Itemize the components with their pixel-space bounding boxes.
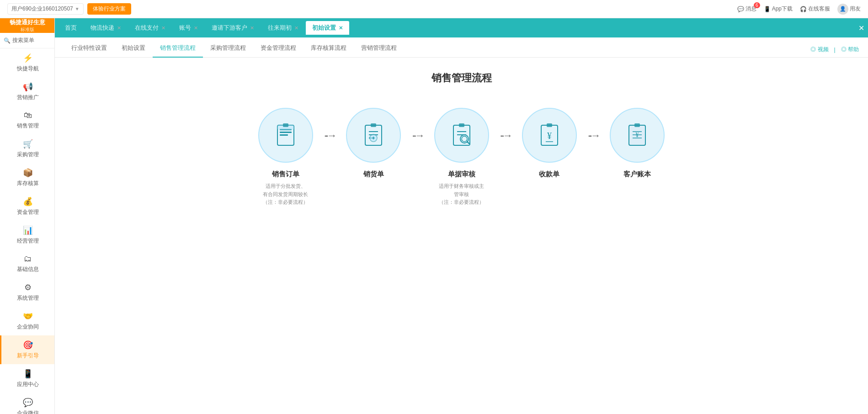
tab-account-close[interactable]: ✕	[194, 25, 198, 31]
sales-icon: 🛍	[24, 111, 32, 120]
operation-icon: 📊	[23, 225, 33, 235]
flow-circle-delivery[interactable]	[346, 108, 401, 163]
search-label: 搜索菜单	[12, 37, 34, 44]
tab-invite[interactable]: 邀请下游客户 ✕	[205, 21, 261, 35]
tab-payment-close[interactable]: ✕	[161, 25, 165, 31]
avatar: 👤	[837, 4, 848, 15]
tab-home[interactable]: 首页	[59, 21, 83, 35]
quick-nav-icon: ⚡	[23, 53, 33, 63]
purchase-icon: 🛒	[23, 139, 33, 149]
user-selector[interactable]: 用户690企业1660120507 ▼	[7, 3, 84, 15]
sidebar-item-inventory[interactable]: 📦 库存核算	[0, 163, 54, 192]
sub-tabs-actions: ◎ 视频 | ◎ 帮助	[810, 46, 859, 57]
app-label: App下载	[772, 5, 793, 13]
sidebar-item-purchase[interactable]: 🛒 采购管理	[0, 134, 54, 163]
sidebar-label-inventory: 库存核算	[17, 180, 39, 187]
nav-tabs: 首页 物流快递 ✕ 在线支付 ✕ 账号 ✕ 邀请下游客户 ✕ 往来期初 ✕	[55, 18, 868, 37]
video-link[interactable]: ◎ 视频	[810, 46, 828, 53]
subtab-initial-label: 初始设置	[122, 44, 145, 51]
sidebar-item-wechat[interactable]: 💬 企业微信	[0, 393, 54, 414]
flow-step-account: ¥ 客户账本	[601, 108, 674, 182]
sidebar-item-marketing[interactable]: 📢 营销推广	[0, 77, 54, 106]
app-icon: 📱	[764, 6, 771, 12]
flow-arrow-3: ···→	[500, 108, 511, 142]
sales-order-icon	[273, 122, 298, 148]
flow-arrow-4: ···→	[588, 108, 599, 142]
sidebar-item-operation[interactable]: 📊 经营管理	[0, 221, 54, 249]
tab-payment[interactable]: 在线支付 ✕	[128, 21, 172, 35]
svg-rect-26	[634, 123, 640, 127]
flow-label-audit: 单据审核	[448, 170, 475, 179]
tab-logistics[interactable]: 物流快递 ✕	[84, 21, 128, 35]
flow-circle-receipt[interactable]: ¥	[522, 108, 577, 163]
tab-initial-setup[interactable]: 初始设置 ✕	[306, 21, 349, 35]
sidebar-search[interactable]: 🔍 搜索菜单	[0, 33, 54, 48]
flow-step-sales-order: 销售订单 适用于分批发货、有合同发货周期较长（注：非必要流程）	[249, 108, 322, 207]
sidebar-item-sales[interactable]: 🛍 销售管理	[0, 106, 54, 134]
app-download-item[interactable]: 📱 App下载	[764, 5, 793, 13]
basic-icon: 🗂	[24, 254, 32, 264]
subtab-initial[interactable]: 初始设置	[114, 39, 153, 58]
sidebar-label-collab: 企业协同	[17, 323, 39, 331]
subtab-inventory-flow[interactable]: 库存核算流程	[304, 39, 354, 58]
close-all-tabs[interactable]: ✕	[858, 24, 864, 32]
flow-circle-sales-order[interactable]	[258, 108, 313, 163]
flow-circle-audit[interactable]	[434, 108, 489, 163]
flow-arrow-2: ···→	[412, 108, 423, 142]
wechat-icon: 💬	[23, 398, 33, 408]
subtab-finance-flow[interactable]: 资金管理流程	[253, 39, 304, 58]
tab-invite-close[interactable]: ✕	[250, 25, 254, 31]
svg-rect-2	[280, 132, 292, 133]
sidebar-label-finance: 资金管理	[17, 208, 39, 216]
chevron-down-icon: ▼	[75, 6, 80, 11]
subtab-purchase-flow[interactable]: 采购管理流程	[203, 39, 253, 58]
flow-label-account: 客户账本	[623, 170, 651, 179]
sidebar-item-apps[interactable]: 📱 应用中心	[0, 364, 54, 393]
tab-period[interactable]: 往来期初 ✕	[261, 21, 305, 35]
receipt-icon: ¥	[537, 122, 562, 148]
subtab-purchase-flow-label: 采购管理流程	[210, 44, 246, 51]
tab-initial-setup-label: 初始设置	[312, 24, 336, 32]
flow-desc-audit: 适用于财务审核或主管审核（注：非必要流程）	[439, 182, 484, 207]
tab-account[interactable]: 账号 ✕	[173, 21, 204, 35]
sidebar-item-quick-nav[interactable]: ⚡ 快捷导航	[0, 48, 54, 77]
tab-period-close[interactable]: ✕	[294, 25, 298, 31]
help-link[interactable]: ◎ 帮助	[841, 46, 859, 53]
logo-sub: 标准版	[21, 27, 34, 33]
search-icon: 🔍	[4, 37, 11, 44]
divider: |	[834, 47, 836, 53]
tab-initial-setup-close[interactable]: ✕	[339, 25, 343, 31]
sidebar-item-collab[interactable]: 🤝 企业协同	[0, 307, 54, 335]
trial-button[interactable]: 体验行业方案	[87, 3, 131, 15]
flow-label-receipt: 收款单	[539, 170, 559, 179]
sidebar-label-quick-nav: 快捷导航	[17, 65, 39, 73]
sidebar-item-basic[interactable]: 🗂 基础信息	[0, 249, 54, 278]
service-item[interactable]: 🎧 在线客服	[800, 5, 830, 13]
svg-rect-5	[283, 123, 288, 127]
user-avatar-item[interactable]: 👤 用友	[837, 4, 861, 15]
top-bar-right: 💬 消息 6 📱 App下载 🎧 在线客服 👤 用友	[737, 4, 861, 15]
sidebar-label-wechat: 企业微信	[17, 409, 39, 414]
sidebar-label-guide: 新手引导	[17, 352, 39, 360]
flow-label-sales-order: 销售订单	[272, 170, 299, 179]
subtab-marketing-flow[interactable]: 营销管理流程	[354, 39, 404, 58]
tab-logistics-close[interactable]: ✕	[117, 25, 121, 31]
top-bar-left: 用户690企业1660120507 ▼ 体验行业方案	[7, 3, 131, 15]
subtab-sales-flow[interactable]: 销售管理流程	[153, 39, 203, 58]
subtab-industry[interactable]: 行业特性设置	[64, 39, 114, 58]
system-icon: ⚙	[24, 282, 32, 292]
subtab-finance-flow-label: 资金管理流程	[261, 44, 296, 51]
logo-main: 畅捷通好生意	[10, 18, 45, 27]
sidebar-logo: 畅捷通好生意 标准版	[0, 18, 54, 33]
sidebar-item-finance[interactable]: 💰 资金管理	[0, 192, 54, 221]
tab-home-label: 首页	[65, 24, 77, 32]
svg-text:¥: ¥	[547, 131, 552, 141]
sidebar-item-system[interactable]: ⚙ 系统管理	[0, 278, 54, 307]
svg-rect-22	[547, 123, 552, 127]
flow-circle-account[interactable]: ¥	[610, 108, 665, 163]
message-icon-item[interactable]: 💬 消息 6	[737, 5, 756, 13]
flow-step-delivery: 销货单	[337, 108, 410, 182]
sidebar-label-basic: 基础信息	[17, 265, 39, 273]
sidebar-item-guide[interactable]: 🎯 新手引导	[0, 335, 54, 364]
flow-arrow-1: ···→	[324, 108, 335, 142]
